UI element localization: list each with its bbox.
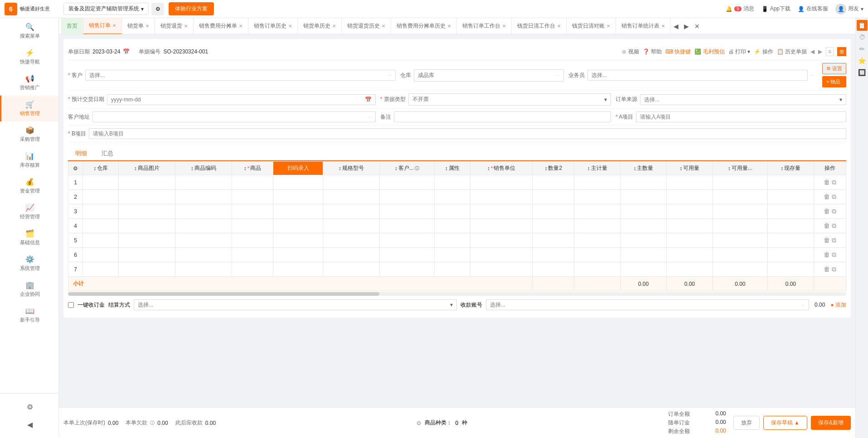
col-settings[interactable]: ⚙: [68, 162, 83, 175]
row-3-main-qty[interactable]: [621, 204, 667, 219]
sidebar-item-quick[interactable]: ⚡ 快捷导航: [0, 44, 58, 70]
bill-date-value[interactable]: 2023-03-24: [92, 48, 120, 55]
tab-sales-workbench[interactable]: 销售订单工作台 ✕: [457, 18, 512, 34]
row-1-main-qty[interactable]: [621, 175, 667, 190]
calendar-icon[interactable]: 📅: [123, 48, 130, 55]
sidebar-item-purchase[interactable]: 📦 采购管理: [0, 121, 58, 147]
row-4-available2[interactable]: [713, 219, 767, 233]
sidebar-item-corp[interactable]: 🏢 企业协同: [0, 276, 58, 302]
tab-sales-fee-history-close[interactable]: ✕: [447, 24, 451, 29]
row-1-code[interactable]: [175, 175, 232, 190]
grid-view-btn[interactable]: ≡: [826, 47, 834, 56]
row-7-copy-icon[interactable]: ⧉: [832, 265, 836, 273]
sidebar-item-inventory[interactable]: 📊 库存核算: [0, 147, 58, 173]
row-4-unit[interactable]: [470, 219, 533, 233]
row-6-attr[interactable]: [434, 248, 470, 262]
col-warehouse[interactable]: ↕仓库: [83, 162, 119, 175]
row-6-unit[interactable]: [470, 248, 533, 262]
col-img[interactable]: ↕商品图片: [118, 162, 175, 175]
row-4-spec[interactable]: [323, 219, 379, 233]
row-1-available2[interactable]: [713, 175, 767, 190]
row-6-customer-code[interactable]: [379, 248, 434, 262]
row-6-img[interactable]: [118, 248, 175, 262]
row-7-scan[interactable]: [273, 262, 323, 277]
system-selector[interactable]: 装备及固定资产辅助管理系统 ▾: [63, 3, 149, 15]
staff-input[interactable]: [587, 70, 808, 81]
col-qty2[interactable]: ↕数量2: [533, 162, 574, 175]
tab-prev-button[interactable]: ◀: [671, 23, 681, 30]
app-download-button[interactable]: 📱 App下载: [761, 5, 790, 13]
col-customer-code[interactable]: ↕客户... ⓘ: [379, 162, 434, 175]
row-4-main-qty[interactable]: [621, 219, 667, 233]
tab-sales-order-close[interactable]: ✕: [112, 23, 116, 28]
row-1-main-unit[interactable]: [574, 175, 621, 190]
row-7-goods[interactable]: [232, 262, 273, 277]
row-4-main-unit[interactable]: [574, 219, 621, 233]
row-6-qty2[interactable]: [533, 248, 574, 262]
row-4-scan[interactable]: [273, 219, 323, 233]
sidebar-item-guide[interactable]: 📖 新手引导: [0, 302, 58, 328]
customer-text-input[interactable]: [89, 72, 388, 78]
row-1-spec[interactable]: [323, 175, 379, 190]
payment-method-input[interactable]: [138, 302, 174, 308]
row-7-available2[interactable]: [713, 262, 767, 277]
address-input[interactable]: ···: [92, 111, 376, 122]
row-1-scan[interactable]: [273, 175, 323, 190]
row-3-spec[interactable]: [323, 204, 379, 219]
row-2-warehouse[interactable]: [83, 190, 119, 204]
customer-expand-icon[interactable]: ···: [388, 73, 391, 78]
row-2-main-unit[interactable]: [574, 190, 621, 204]
row-6-available2[interactable]: [713, 248, 767, 262]
col-code[interactable]: ↕商品编码: [175, 162, 232, 175]
sidebar-settings-button[interactable]: ⚙: [0, 398, 58, 416]
row-7-attr[interactable]: [434, 262, 470, 277]
row-4-goods[interactable]: [232, 219, 273, 233]
tab-more-button[interactable]: ✕: [692, 23, 703, 30]
settings-icon[interactable]: ⚙: [151, 3, 164, 15]
row-5-main-unit[interactable]: [574, 233, 621, 248]
next-record-btn[interactable]: ▶: [818, 48, 822, 55]
tab-sales-return-close[interactable]: ✕: [184, 24, 188, 29]
row-2-attr[interactable]: [434, 190, 470, 204]
row-3-available[interactable]: [666, 204, 713, 219]
row-3-delete-icon[interactable]: 🗑: [824, 207, 830, 215]
project-b-text-input[interactable]: [93, 130, 842, 137]
payment-method-select[interactable]: ▾: [134, 299, 457, 310]
row-6-delete-icon[interactable]: 🗑: [824, 251, 830, 259]
row-3-img[interactable]: [118, 204, 175, 219]
row-5-img[interactable]: [118, 233, 175, 248]
col-main-unit[interactable]: ↕主计量: [574, 162, 621, 175]
row-2-copy-icon[interactable]: ⧉: [832, 193, 836, 201]
sidebar-item-capital[interactable]: 💰 资金管理: [0, 173, 58, 199]
row-2-code[interactable]: [175, 190, 232, 204]
row-1-copy-icon[interactable]: ⧉: [832, 178, 836, 186]
row-2-img[interactable]: [118, 190, 175, 204]
row-3-qty2[interactable]: [533, 204, 574, 219]
tab-sales-order[interactable]: 销售订单 ✕: [83, 18, 122, 34]
tab-sales-stats-close[interactable]: ✕: [661, 24, 665, 29]
tab-detail[interactable]: 明细: [68, 147, 94, 161]
goods-count-icon[interactable]: ⊙: [417, 420, 421, 426]
print-btn[interactable]: 🖨 打印 ▾: [728, 48, 751, 56]
tab-sales-return-history[interactable]: 销货退货历史 ✕: [342, 18, 391, 34]
row-5-copy-icon[interactable]: ⧉: [832, 236, 836, 244]
col-unit[interactable]: ↕*销售单位: [470, 162, 533, 175]
row-2-available[interactable]: [666, 190, 713, 204]
warehouse-expand-icon[interactable]: ···: [556, 73, 560, 78]
address-expand-icon[interactable]: ···: [368, 115, 371, 120]
tab-cash-reconcile[interactable]: 钱货日清对账 ✕: [567, 18, 616, 34]
row-6-warehouse[interactable]: [83, 248, 119, 262]
row-3-code[interactable]: [175, 204, 232, 219]
row-7-delete-icon[interactable]: 🗑: [824, 265, 830, 273]
row-3-copy-icon[interactable]: ⧉: [832, 207, 836, 215]
col-main-qty[interactable]: ↕主数量: [621, 162, 667, 175]
row-4-customer-code[interactable]: [379, 219, 434, 233]
row-5-delete-icon[interactable]: 🗑: [824, 236, 830, 244]
row-6-main-unit[interactable]: [574, 248, 621, 262]
row-4-attr[interactable]: [434, 219, 470, 233]
operation-btn[interactable]: ⚡ 操作: [754, 48, 773, 56]
row-2-qty2[interactable]: [533, 190, 574, 204]
save-draft-button[interactable]: 保存草稿 ▲: [763, 416, 807, 430]
order-source-text-input[interactable]: [644, 96, 839, 103]
row-2-goods[interactable]: [232, 190, 273, 204]
